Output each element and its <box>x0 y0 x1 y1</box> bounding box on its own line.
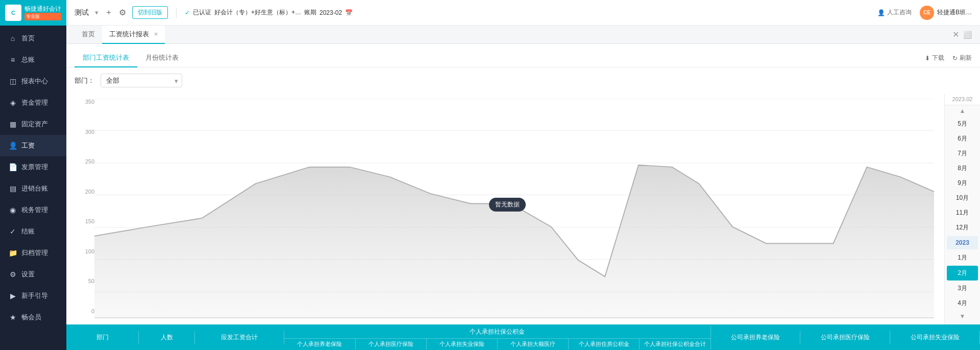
topbar-dropdown-arrow[interactable]: ▾ <box>95 9 99 16</box>
month-nov[interactable]: 11月 <box>945 205 980 220</box>
sub-tab-monthly[interactable]: 月份统计表 <box>137 49 187 67</box>
col-p-bigmed: 个人承担大额医疗 <box>498 339 569 349</box>
sidebar-item-label: 进销台账 <box>21 184 48 193</box>
certified-icon: ✓ <box>185 9 190 16</box>
month-jul[interactable]: 7月 <box>945 146 980 161</box>
app-logo: C 畅捷通好会计 专业版 <box>0 0 66 26</box>
col-c-pension: 公司承担养老保险 <box>711 331 801 344</box>
y-label-50: 50 <box>77 278 94 284</box>
month-jun[interactable]: 6月 <box>945 131 980 146</box>
tab-salary-report[interactable]: 工资统计报表 × <box>102 26 165 44</box>
dept-filter-select[interactable]: 全部 部门1 部门2 <box>101 74 182 87</box>
date-panel: 2023.02 ▲ 5月 6月 7月 8月 9月 10月 11月 12月 202… <box>944 94 980 324</box>
sub-tab-dept[interactable]: 部门工资统计表 <box>75 49 137 67</box>
download-icon: ⬇ <box>925 55 930 62</box>
app-name: 畅捷通好会计 <box>24 5 61 13</box>
tab-close-window-icon[interactable]: ✕ <box>952 30 959 39</box>
download-button[interactable]: ⬇ 下载 <box>925 54 944 62</box>
status-tags: 好会计（专）+好生意（标）+… <box>214 8 301 17</box>
sidebar: C 畅捷通好会计 专业版 ⌂ 首页 ≡ 总账 ◫ 报表中心 ◈ 资金管理 ▦ 固… <box>0 0 66 350</box>
sidebar-item-label: 新手引导 <box>21 291 48 300</box>
user-button[interactable]: CE 轻捷通B班… <box>920 6 972 20</box>
refresh-button[interactable]: ↻ 刷新 <box>952 54 972 62</box>
main-content: 测试 ▾ ＋ ⚙ 切到旧版 ✓ 已认证 好会计（专）+好生意（标）+… 账期 2… <box>66 0 980 350</box>
ledger-icon: ≡ <box>8 56 17 64</box>
month-apr[interactable]: 4月 <box>945 296 980 311</box>
sidebar-item-trade[interactable]: ▤ 进销台账 <box>0 178 66 199</box>
dept-filter-label: 部门： <box>75 76 94 85</box>
col-c-medical: 公司承担医疗保险 <box>800 331 890 344</box>
month-oct[interactable]: 10月 <box>945 191 980 205</box>
sidebar-item-label: 固定资产 <box>21 120 48 129</box>
sidebar-item-label: 首页 <box>21 34 35 43</box>
user-name: 轻捷通B班… <box>937 8 972 17</box>
y-label-300: 300 <box>77 129 94 135</box>
date-nav-down[interactable]: ▼ <box>945 311 980 322</box>
tab-close-button[interactable]: × <box>154 30 158 38</box>
content-area: 部门工资统计表 月份统计表 ⬇ 下载 ↻ 刷新 部门： 全部 部门1 部 <box>66 44 980 350</box>
topbar-settings-button[interactable]: ⚙ <box>119 8 126 17</box>
sidebar-item-member[interactable]: ★ 畅会员 <box>0 307 66 328</box>
y-label-100: 100 <box>77 248 94 254</box>
y-label-250: 250 <box>77 158 94 165</box>
invoice-icon: 📄 <box>8 163 17 171</box>
sidebar-item-guide[interactable]: ▶ 新手引导 <box>0 285 66 307</box>
topbar-add-button[interactable]: ＋ <box>105 7 113 18</box>
sidebar-item-assets[interactable]: ▦ 固定资产 <box>0 113 66 135</box>
sidebar-item-archive[interactable]: 📁 归档管理 <box>0 242 66 264</box>
col-p-medical: 个人承担医疗保险 <box>356 339 427 349</box>
month-dec[interactable]: 12月 <box>945 220 980 235</box>
y-label-0: 0 <box>77 308 94 314</box>
tab-home[interactable]: 首页 <box>75 26 102 44</box>
service-button[interactable]: 👤 人工咨询 <box>877 8 912 17</box>
col-p-pension: 个人承担养老保险 <box>284 339 355 349</box>
sidebar-item-funds[interactable]: ◈ 资金管理 <box>0 92 66 113</box>
y-label-150: 150 <box>77 218 94 224</box>
sidebar-item-label: 畅会员 <box>21 313 41 322</box>
chart-y-axis: 350 300 250 200 150 100 50 0 <box>77 99 94 324</box>
year-2023-label: 2023 <box>947 236 978 249</box>
sidebar-item-home[interactable]: ⌂ 首页 <box>0 28 66 49</box>
reports-icon: ◫ <box>8 77 17 85</box>
sidebar-item-settings[interactable]: ⚙ 设置 <box>0 264 66 285</box>
sidebar-item-close[interactable]: ✓ 结账 <box>0 221 66 242</box>
col-c-unemp: 公司承担失业保险 <box>890 331 980 344</box>
month-jan[interactable]: 1月 <box>945 250 980 265</box>
period-label: 账期 <box>304 8 316 17</box>
tab-salary-report-label: 工资统计报表 <box>109 30 149 38</box>
trade-icon: ▤ <box>8 184 17 193</box>
calendar-icon[interactable]: 📅 <box>345 9 353 16</box>
sidebar-item-salary[interactable]: 👤 工资 <box>0 135 66 156</box>
home-icon: ⌂ <box>8 34 17 42</box>
download-label: 下载 <box>932 54 944 62</box>
sidebar-item-tax[interactable]: ◉ 税务管理 <box>0 199 66 221</box>
month-mar[interactable]: 3月 <box>945 281 980 296</box>
tab-expand-icon[interactable]: ⬜ <box>963 31 972 39</box>
filter-bar: 部门： 全部 部门1 部门2 <box>66 67 980 94</box>
date-nav-up[interactable]: ▲ <box>945 105 980 116</box>
chart-main: 暂无数据 <box>94 99 934 324</box>
dept-filter-wrap: 全部 部门1 部门2 <box>101 74 182 87</box>
avatar: CE <box>920 6 934 20</box>
group-personal-title: 个人承担社保公积金 <box>284 325 710 339</box>
sub-tab-actions: ⬇ 下载 ↻ 刷新 <box>925 54 972 62</box>
col-people: 人数 <box>139 331 194 344</box>
sidebar-item-ledger[interactable]: ≡ 总账 <box>0 49 66 71</box>
sidebar-item-label: 结账 <box>21 227 35 236</box>
sidebar-item-reports[interactable]: ◫ 报表中心 <box>0 71 66 92</box>
app-badge: 专业版 <box>24 13 61 20</box>
col-salary: 应发工资合计 <box>195 331 285 344</box>
sidebar-item-invoice[interactable]: 📄 发票管理 <box>0 156 66 178</box>
switch-old-mode-button[interactable]: 切到旧版 <box>132 6 168 19</box>
sub-tabs-bar: 部门工资统计表 月份统计表 ⬇ 下载 ↻ 刷新 <box>66 44 980 67</box>
sidebar-item-label: 设置 <box>21 270 35 279</box>
member-icon: ★ <box>8 313 17 321</box>
month-aug[interactable]: 8月 <box>945 161 980 176</box>
month-feb-active[interactable]: 2月 <box>947 266 978 281</box>
month-sep[interactable]: 9月 <box>945 176 980 191</box>
col-dept: 部门 <box>66 331 139 344</box>
tax-icon: ◉ <box>8 206 17 214</box>
col-p-unemp: 个人承担失业保险 <box>427 339 498 349</box>
month-may[interactable]: 5月 <box>945 116 980 131</box>
certified-label: 已认证 <box>193 8 211 17</box>
